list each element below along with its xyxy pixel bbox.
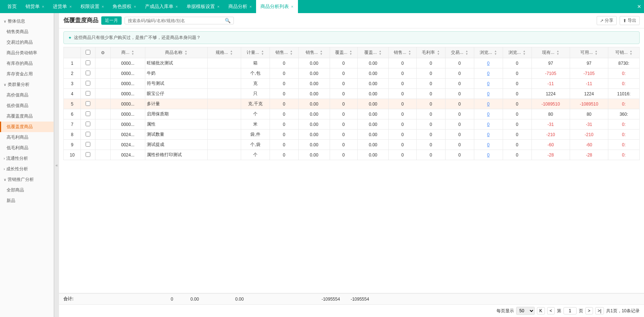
table-cell: 0 [270,140,298,150]
prev-page-button[interactable]: < [547,307,555,314]
nav-item-analysis[interactable]: 商品分析 × [224,0,256,13]
table-cell: 0 [330,130,357,140]
table-cell: 9 [64,140,81,150]
col-browse2[interactable]: 浏览... ▲▼ [503,47,531,58]
per-page-label: 每页显示 [496,308,514,314]
table-cell: 0 [445,140,474,150]
sidebar-section-cluster[interactable]: ∨ 类群量分析 [0,79,54,90]
close-icon[interactable]: × [42,4,44,9]
close-icon[interactable]: × [102,4,104,9]
table-cell: -31 [570,119,608,130]
sidebar-item-new-goods[interactable]: 新品 [0,195,54,206]
sidebar-item-low-value[interactable]: 低价值商品 [0,100,54,111]
nav-item-product-in[interactable]: 产成品入库单 × [141,0,182,13]
sidebar-item-high-profit[interactable]: 高毛利商品 [0,132,54,143]
close-icon[interactable]: × [217,4,219,9]
table-cell: -11 [531,79,570,89]
col-settings[interactable]: ⚙ [95,47,110,58]
time-filter-button[interactable]: 近一月 [101,16,122,25]
table-row: 10000...旺辅批次测试箱00.0000.000000097978730: [64,58,640,68]
nav-item-permission[interactable]: 权限设置 × [76,0,108,13]
export-button[interactable]: ⬆ 导出 [620,16,640,25]
table-cell[interactable] [81,58,95,68]
table-cell[interactable] [81,68,95,79]
col-coverage1[interactable]: 覆盖... ▲▼ [330,47,357,58]
col-current[interactable]: 现有... ▲▼ [531,47,570,58]
sidebar-item-sales-goods[interactable]: 销售类商品 [0,27,54,37]
col-name[interactable]: 商品名称 ▲▼ [145,47,207,58]
sidebar-section-overview[interactable]: ∨ 整体信息 [0,16,54,27]
col-gross-rate[interactable]: 毛利率 ▲▼ [416,47,445,58]
sidebar-item-high-value[interactable]: 高价值商品 [0,90,54,100]
nav-item-home[interactable]: 首页 [3,0,21,13]
col-sales-amount[interactable]: 销售... ▲▼ [298,47,330,58]
nav-item-sales[interactable]: 销货单 × [21,0,48,13]
header-actions: ↗ 分享 ⬆ 导出 [597,16,640,25]
nav-item-role[interactable]: 角色授权 × [108,0,140,13]
sort-icon: ▲▼ [408,50,411,56]
nav-item-purchase[interactable]: 进货单 × [48,0,76,13]
sidebar-item-traded-goods[interactable]: 交易过的商品 [0,37,54,48]
col-sales-count[interactable]: 销售... ▲▼ [270,47,298,58]
table-cell[interactable] [81,79,95,89]
select-all-checkbox[interactable] [86,50,90,55]
close-icon[interactable]: × [69,4,71,9]
col-spec[interactable]: 规格... ▲▼ [207,47,241,58]
sidebar-collapse-button[interactable]: « [54,13,59,317]
table-cell[interactable] [81,109,95,119]
col-sales-x[interactable]: 销售... ▲▼ [389,47,416,58]
table-cell[interactable] [81,130,95,140]
table-cell: 0.00 [298,58,330,68]
table-cell: 0 [330,58,357,68]
sidebar-item-category-rate[interactable]: 商品分类动销率 [0,48,54,58]
sidebar-item-low-coverage[interactable]: 低覆盖度商品 [0,122,54,132]
table-cell[interactable] [81,89,95,99]
last-page-button[interactable]: >| [595,307,604,314]
sidebar-item-all-goods[interactable]: 全部商品 [0,185,54,195]
close-icon[interactable]: × [291,4,293,9]
chevron-right-icon: › [4,156,5,161]
col-unit[interactable]: 计量... ▲▼ [241,47,270,58]
col-browse1[interactable]: 浏览... ▲▼ [474,47,503,58]
sidebar-item-low-profit[interactable]: 低毛利商品 [0,143,54,153]
close-icon[interactable]: × [176,4,178,9]
table-cell: 0 [445,89,474,99]
table-cell: 0 [474,150,503,160]
table-cell: 眼宝公仔 [145,89,207,99]
table-cell[interactable] [81,119,95,130]
table-cell: 0 [503,99,531,109]
search-input[interactable] [128,18,225,23]
col-trade[interactable]: 交易... ▲▼ [445,47,474,58]
next-page-button[interactable]: > [585,307,593,314]
table-cell[interactable] [81,140,95,150]
sidebar-section-marketing[interactable]: ∨ 营销推广分析 [0,174,54,185]
table-cell[interactable] [81,150,95,160]
first-page-button[interactable]: K [537,307,545,314]
close-icon[interactable]: × [134,4,136,9]
sidebar-section-growth[interactable]: › 成长性分析 [0,164,54,174]
sort-icon: ▲▼ [290,50,293,56]
col-code[interactable]: 商... ▲▼ [110,47,145,58]
sidebar-item-high-coverage[interactable]: 高覆盖度商品 [0,111,54,122]
page-number-input[interactable] [564,307,577,314]
table-cell: -11 [570,79,608,89]
table-row: 40000...眼宝公仔只00.0000.0000000122412241101… [64,89,640,99]
close-all-button[interactable]: × [637,3,641,10]
col-coverage2[interactable]: 覆盖... ▲▼ [357,47,389,58]
col-checkbox-all[interactable] [81,47,95,58]
per-page-select[interactable]: 50 10 20 100 [516,307,535,315]
table-cell: 0.00 [298,150,330,160]
close-icon[interactable]: × [250,4,252,9]
nav-item-template[interactable]: 单据模板设置 × [182,0,224,13]
nav-item-analysis-list[interactable]: 商品分析列表 × [256,0,298,13]
sidebar-item-in-stock[interactable]: 有库存的商品 [0,58,54,69]
table-cell: 0 [330,79,357,89]
table-cell: 0024... [110,140,145,150]
sidebar-section-flow[interactable]: › 流通性分析 [0,153,54,164]
table-cell[interactable] [81,99,95,109]
sidebar-item-stock-capital[interactable]: 库存资金占用 [0,69,54,79]
share-button[interactable]: ↗ 分享 [597,16,617,25]
col-sellable[interactable]: 可销... ▲▼ [608,47,640,58]
col-available[interactable]: 可用... ▲▼ [570,47,608,58]
table-cell: 0.00 [357,79,389,89]
